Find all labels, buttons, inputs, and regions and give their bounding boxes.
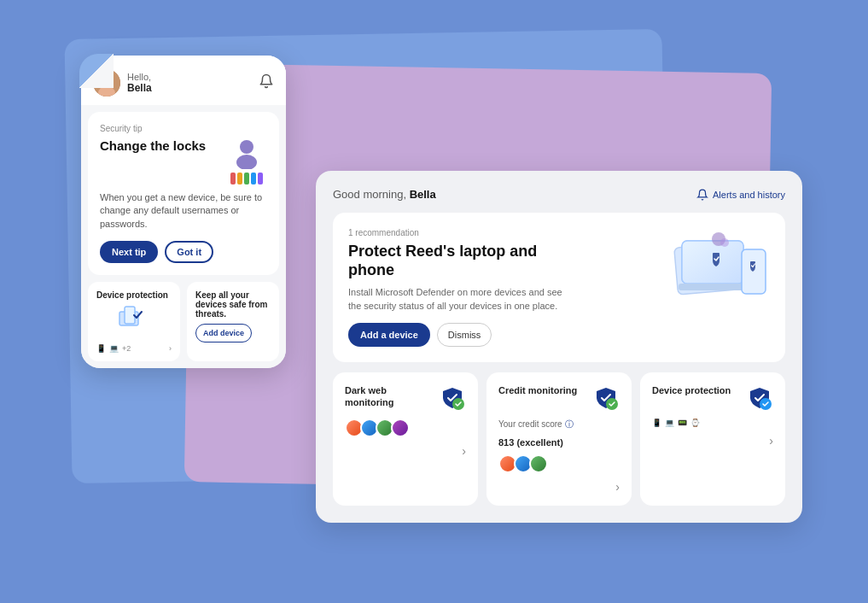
- device-icons-row: 📱 💻 +2 ›: [96, 344, 172, 353]
- mobile-card: Hello, Bella Security tip Change the loc…: [81, 56, 286, 368]
- svg-rect-9: [682, 241, 743, 284]
- phone-icon: 📱: [652, 419, 661, 427]
- dark-web-title: Dark webmonitoring: [345, 384, 393, 409]
- device-protection-badge: [746, 384, 773, 412]
- rec-description: Install Microsoft Defender on more devic…: [348, 286, 570, 313]
- credit-shield: [592, 384, 620, 412]
- dark-web-avatars: [345, 419, 466, 437]
- rec-title: Protect Reed's laptop and phone: [348, 243, 570, 279]
- hello-label: Hello,: [127, 72, 152, 82]
- info-cards-row: Dark webmonitoring ›: [333, 372, 785, 506]
- tip-description: When you get a new device, be sure to ch…: [100, 191, 267, 231]
- bell-icon-desktop: [696, 189, 708, 201]
- rec-buttons: Add a device Dismiss: [348, 323, 570, 347]
- dark-web-card: Dark webmonitoring ›: [333, 372, 478, 506]
- got-it-button[interactable]: Got it: [165, 241, 213, 263]
- desktop-card: Good morning, Bella Alerts and history 1…: [316, 171, 802, 523]
- recommendation-card: 1 recommendation Protect Reed's laptop a…: [333, 213, 785, 362]
- avatar-image: [93, 69, 120, 97]
- add-device-card: Keep all your devices safe from threats.…: [187, 282, 279, 361]
- arrow-right-icon[interactable]: ›: [169, 344, 172, 353]
- tip-bars: [230, 173, 263, 184]
- svg-point-2: [98, 86, 115, 97]
- avatar-4: [391, 419, 410, 437]
- credit-arrow[interactable]: ›: [615, 480, 620, 494]
- user-name-desktop: Bella: [410, 188, 436, 201]
- svg-rect-11: [742, 249, 766, 294]
- device-protection-title-desktop: Device protection: [652, 384, 731, 396]
- info-icon[interactable]: ⓘ: [565, 419, 574, 430]
- tablet-icon: 📟: [678, 419, 687, 427]
- tip-label: Security tip: [100, 124, 267, 133]
- credit-score-value: 813 (excellent): [498, 437, 620, 448]
- svg-point-4: [236, 155, 257, 169]
- person-icon: [231, 138, 262, 169]
- device-protection-arrow[interactable]: ›: [769, 434, 773, 448]
- greeting: Good morning, Bella: [333, 188, 436, 201]
- shield-check-icon-3: [747, 385, 772, 411]
- dismiss-button[interactable]: Dismiss: [437, 323, 492, 347]
- laptop-icon: 💻: [109, 344, 119, 353]
- mobile-header: Hello, Bella: [81, 56, 286, 105]
- device-protection-icon: [118, 305, 150, 336]
- tip-header: Change the locks: [100, 138, 267, 184]
- device-protection-title: Device protection: [96, 290, 172, 300]
- avatar: [93, 69, 120, 97]
- add-device-button[interactable]: Add device: [195, 324, 252, 342]
- rec-content: 1 recommendation Protect Reed's laptop a…: [348, 228, 570, 347]
- alerts-link[interactable]: Alerts and history: [696, 189, 785, 201]
- devices-svg: [672, 232, 774, 318]
- dark-web-footer: ›: [345, 444, 466, 458]
- user-name: Bella: [127, 82, 152, 94]
- alerts-label: Alerts and history: [713, 190, 785, 200]
- dark-web-arrow[interactable]: ›: [462, 444, 466, 458]
- bar-orange: [237, 173, 242, 184]
- bar-red: [230, 173, 236, 184]
- device-icons-desktop: 📱 💻 📟 ⌚: [652, 419, 773, 427]
- device-protection-footer: ›: [652, 434, 773, 448]
- credit-title: Credit monitoring: [498, 384, 577, 396]
- credit-card: Credit monitoring Your credit score ⓘ 81…: [486, 372, 632, 506]
- device-illus: [672, 232, 766, 309]
- svg-rect-10: [679, 284, 747, 290]
- credit-subtitle: Your credit score ⓘ: [498, 419, 620, 430]
- shield-check-icon-2: [593, 385, 619, 411]
- bar-purple: [258, 173, 263, 184]
- tip-buttons: Next tip Got it: [100, 241, 267, 263]
- security-tip-section: Security tip Change the locks: [88, 112, 279, 275]
- bar-green: [244, 173, 249, 184]
- bell-icon[interactable]: [259, 73, 274, 92]
- device-protection-header: Device protection: [652, 384, 773, 412]
- mobile-header-left: Hello, Bella: [93, 69, 152, 97]
- greeting-text: Hello, Bella: [127, 72, 152, 94]
- credit-score-label: Your credit score: [498, 419, 562, 429]
- tip-icon-area: [226, 138, 267, 184]
- dark-web-header: Dark webmonitoring: [345, 384, 466, 412]
- shield-check-icon: [440, 385, 465, 411]
- laptop-icon: 💻: [665, 419, 674, 427]
- svg-point-13: [720, 238, 729, 247]
- desktop-header: Good morning, Bella Alerts and history: [333, 188, 785, 201]
- bar-blue: [251, 173, 256, 184]
- dark-web-shield: [439, 384, 466, 412]
- next-tip-button[interactable]: Next tip: [100, 241, 158, 263]
- svg-point-3: [240, 140, 253, 154]
- device-protection-desktop-card: Device protection 📱 💻 📟 ⌚ ›: [640, 372, 785, 506]
- avatar-3: [529, 454, 548, 473]
- credit-footer: ›: [498, 480, 620, 494]
- keep-safe-text: Keep all your devices safe from threats.: [195, 290, 271, 319]
- watch-icon: ⌚: [690, 419, 700, 427]
- device-illustration: [667, 228, 770, 313]
- tip-title: Change the locks: [100, 138, 206, 154]
- device-protection-card: Device protection 📱 💻 +2 ›: [88, 282, 180, 361]
- svg-point-1: [102, 74, 112, 85]
- rec-label: 1 recommendation: [348, 228, 570, 237]
- mobile-bottom-cards: Device protection 📱 💻 +2 › Keep: [81, 282, 286, 368]
- phone-icon: 📱: [96, 344, 106, 353]
- greeting-text: Good morning,: [333, 188, 406, 201]
- more-devices: +2: [122, 344, 131, 353]
- add-device-rec-button[interactable]: Add a device: [348, 323, 430, 347]
- credit-header: Credit monitoring: [498, 384, 620, 412]
- credit-avatars: [498, 454, 620, 473]
